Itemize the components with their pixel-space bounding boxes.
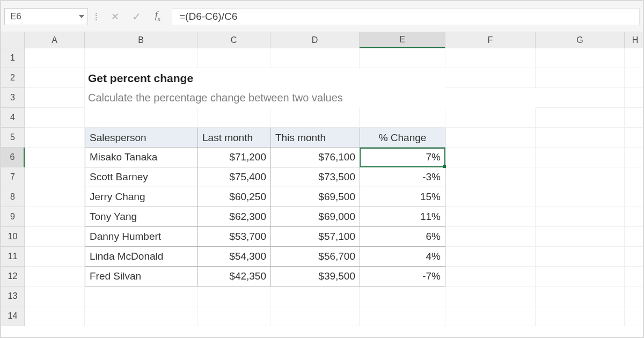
cell-G1[interactable] — [536, 48, 625, 68]
cancel-button[interactable]: ✕ — [104, 8, 126, 25]
cell-B1[interactable] — [85, 48, 197, 68]
cell-A5[interactable] — [25, 128, 85, 148]
cell-B12[interactable]: Fred Silvan — [85, 267, 197, 286]
cell-B14[interactable] — [85, 306, 197, 326]
row-header-2[interactable]: 2 — [1, 68, 25, 88]
cell-H1[interactable] — [625, 48, 644, 68]
column-header-F[interactable]: F — [445, 32, 536, 48]
row-header-10[interactable]: 10 — [1, 227, 25, 247]
table-header-pct-change[interactable]: % Change — [360, 128, 445, 148]
cell-H11[interactable] — [625, 247, 644, 267]
name-box[interactable]: E6 — [4, 8, 88, 25]
row-header-13[interactable]: 13 — [1, 286, 25, 306]
row-header-4[interactable]: 4 — [1, 108, 25, 128]
cell-F10[interactable] — [445, 227, 536, 247]
cell-G7[interactable] — [536, 167, 625, 187]
table-header-last-month[interactable]: Last month — [197, 128, 270, 148]
column-header-D[interactable]: D — [270, 32, 360, 48]
row-header-12[interactable]: 12 — [1, 267, 25, 286]
cell-F2[interactable] — [445, 68, 536, 88]
cell-H10[interactable] — [625, 227, 644, 247]
cell-B13[interactable] — [85, 286, 197, 306]
cell-B10[interactable]: Danny Humbert — [85, 227, 197, 247]
cell-H2[interactable] — [625, 68, 644, 88]
row-header-14[interactable]: 14 — [1, 306, 25, 326]
cell-H7[interactable] — [625, 167, 644, 187]
cell-C12[interactable]: $42,350 — [197, 267, 270, 286]
column-header-E[interactable]: E — [360, 32, 445, 48]
cell-E8[interactable]: 15% — [360, 187, 445, 207]
cell-E4[interactable] — [360, 108, 445, 128]
cell-A7[interactable] — [25, 167, 85, 187]
cell-H4[interactable] — [625, 108, 644, 128]
cell-C13[interactable] — [197, 286, 270, 306]
cell-E14[interactable] — [360, 306, 445, 326]
cell-E6[interactable]: 7% — [360, 148, 445, 167]
cell-A9[interactable] — [25, 207, 85, 227]
cell-H8[interactable] — [625, 187, 644, 207]
cell-H9[interactable] — [625, 207, 644, 227]
column-header-G[interactable]: G — [536, 32, 625, 48]
cell-D11[interactable]: $56,700 — [270, 247, 360, 267]
cell-G10[interactable] — [536, 227, 625, 247]
cell-D4[interactable] — [270, 108, 360, 128]
cell-A1[interactable] — [25, 48, 85, 68]
cell-C1[interactable] — [197, 48, 270, 68]
cell-H14[interactable] — [625, 306, 644, 326]
cell-D1[interactable] — [270, 48, 360, 68]
cell-E12[interactable]: -7% — [360, 267, 445, 286]
cell-E7[interactable]: -3% — [360, 167, 445, 187]
cell-A3[interactable] — [25, 88, 85, 108]
page-subtitle[interactable]: Calculate the percentage change between … — [85, 88, 536, 108]
cell-E10[interactable]: 6% — [360, 227, 445, 247]
enter-button[interactable]: ✓ — [126, 8, 147, 25]
cell-F6[interactable] — [445, 148, 536, 167]
cell-G11[interactable] — [536, 247, 625, 267]
row-header-6[interactable]: 6 — [1, 148, 25, 167]
cell-A12[interactable] — [25, 267, 85, 286]
table-header-salesperson[interactable]: Salesperson — [85, 128, 197, 148]
cell-G4[interactable] — [536, 108, 625, 128]
cell-F8[interactable] — [445, 187, 536, 207]
formula-input[interactable]: =(D6-C6)/C6 — [172, 8, 640, 25]
table-header-this-month[interactable]: This month — [270, 128, 360, 148]
cell-G9[interactable] — [536, 207, 625, 227]
cell-F7[interactable] — [445, 167, 536, 187]
cell-C6[interactable]: $71,200 — [197, 148, 270, 167]
row-header-11[interactable]: 11 — [1, 247, 25, 267]
cell-B11[interactable]: Linda McDonald — [85, 247, 197, 267]
cell-H5[interactable] — [625, 128, 644, 148]
cell-F12[interactable] — [445, 267, 536, 286]
cell-A13[interactable] — [25, 286, 85, 306]
cell-G6[interactable] — [536, 148, 625, 167]
cell-C14[interactable] — [197, 306, 270, 326]
cell-D7[interactable]: $73,500 — [270, 167, 360, 187]
cell-D6[interactable]: $76,100 — [270, 148, 360, 167]
select-all-corner[interactable] — [1, 32, 25, 48]
cell-H6[interactable] — [625, 148, 644, 167]
cell-H12[interactable] — [625, 267, 644, 286]
cell-A2[interactable] — [25, 68, 85, 88]
column-header-C[interactable]: C — [197, 32, 270, 48]
cell-A6[interactable] — [25, 148, 85, 167]
cell-B4[interactable] — [85, 108, 197, 128]
cell-A14[interactable] — [25, 306, 85, 326]
cell-G12[interactable] — [536, 267, 625, 286]
cell-F1[interactable] — [445, 48, 536, 68]
cell-G5[interactable] — [536, 128, 625, 148]
cell-D8[interactable]: $69,500 — [270, 187, 360, 207]
cell-G3[interactable] — [536, 88, 625, 108]
insert-function-button[interactable]: fx — [147, 8, 169, 25]
cell-G8[interactable] — [536, 187, 625, 207]
row-header-8[interactable]: 8 — [1, 187, 25, 207]
cell-F5[interactable] — [445, 128, 536, 148]
cell-D10[interactable]: $57,100 — [270, 227, 360, 247]
cell-E11[interactable]: 4% — [360, 247, 445, 267]
row-header-1[interactable]: 1 — [1, 48, 25, 68]
cell-E1[interactable] — [360, 48, 445, 68]
cell-B6[interactable]: Misako Tanaka — [85, 148, 197, 167]
column-header-B[interactable]: B — [85, 32, 197, 48]
cell-G14[interactable] — [536, 306, 625, 326]
cell-D12[interactable]: $39,500 — [270, 267, 360, 286]
cell-C11[interactable]: $54,300 — [197, 247, 270, 267]
